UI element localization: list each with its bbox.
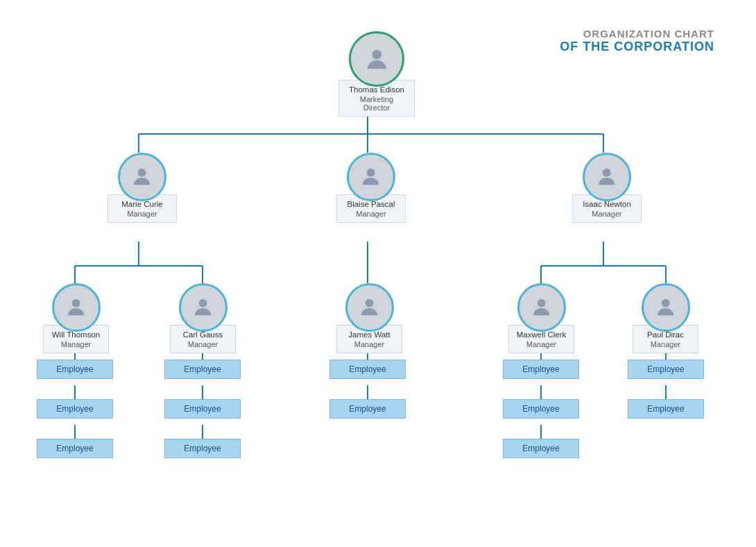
avatar-paul-dirac: [642, 283, 690, 332]
svg-point-27: [372, 49, 381, 59]
node-marie-curie: Marie Curie Manager: [108, 153, 177, 223]
avatar-will-thomson: [52, 283, 101, 332]
avatar-marie-curie: [118, 153, 166, 201]
avatar-james-watt: [345, 283, 394, 332]
svg-point-34: [538, 299, 546, 308]
emp-carl-1: Employee: [164, 360, 241, 379]
node-paul-dirac: Paul Dirac Manager: [633, 283, 698, 353]
emp-maxwell-3: Employee: [503, 439, 579, 458]
node-isaac-newton: Isaac Newton Manager: [572, 153, 642, 223]
svg-point-32: [199, 299, 207, 308]
node-maxwell-clerk: Maxwell Clerk Manager: [508, 283, 574, 353]
role-will-thomson: Manager: [51, 340, 101, 348]
emp-carl-3: Employee: [164, 439, 241, 458]
node-carl-gauss: Carl Gauss Manager: [170, 283, 236, 353]
avatar-maxwell-clerk: [517, 283, 566, 332]
svg-point-33: [366, 299, 374, 308]
emp-carl-2: Employee: [164, 399, 241, 419]
emp-will-2: Employee: [37, 399, 113, 419]
emp-will-3: Employee: [37, 439, 113, 458]
avatar-blaise-pascal: [347, 153, 395, 201]
node-blaise-pascal: Blaise Pascal Manager: [336, 153, 406, 223]
emp-maxwell-2: Employee: [503, 399, 579, 419]
role-marie-curie: Manager: [115, 210, 169, 218]
emp-paul-1: Employee: [628, 360, 704, 379]
svg-point-35: [662, 299, 670, 308]
role-paul-dirac: Manager: [640, 340, 691, 348]
svg-point-29: [367, 169, 375, 177]
role-maxwell-clerk: Manager: [516, 340, 567, 348]
avatar-thomas-edison: [349, 31, 404, 87]
role-isaac-newton: Manager: [580, 210, 634, 218]
svg-point-28: [138, 169, 146, 177]
avatar-carl-gauss: [179, 283, 227, 332]
emp-maxwell-1: Employee: [503, 360, 579, 379]
role-james-watt: Manager: [344, 340, 395, 348]
org-chart: Thomas Edison Marketing Director Marie C…: [0, 0, 756, 547]
emp-paul-2: Employee: [628, 399, 704, 419]
emp-james-1: Employee: [329, 360, 406, 379]
node-thomas-edison: Thomas Edison Marketing Director: [338, 31, 415, 117]
emp-will-1: Employee: [37, 360, 113, 379]
svg-point-31: [72, 299, 80, 308]
role-thomas-edison: Marketing Director: [346, 95, 407, 112]
role-carl-gauss: Manager: [178, 340, 228, 348]
node-will-thomson: Will Thomson Manager: [43, 283, 109, 353]
svg-point-30: [603, 169, 611, 177]
role-blaise-pascal: Manager: [344, 210, 398, 218]
emp-james-2: Employee: [329, 399, 406, 419]
node-james-watt: James Watt Manager: [336, 283, 402, 353]
avatar-isaac-newton: [583, 153, 631, 201]
